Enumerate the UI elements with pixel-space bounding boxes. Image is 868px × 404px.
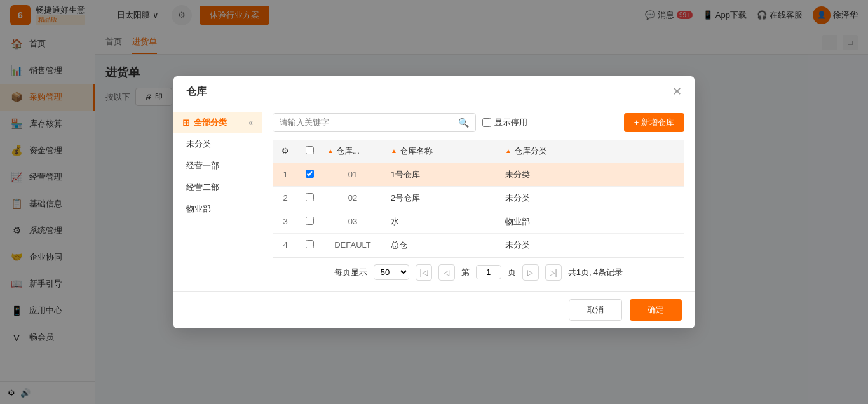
- row-num: 03: [321, 210, 384, 233]
- warehouse-table: ⚙ ▲ 仓库...: [273, 140, 684, 257]
- show-disabled-checkbox[interactable]: [482, 118, 491, 127]
- row-num: 02: [321, 186, 384, 210]
- row-number: 3: [283, 217, 287, 226]
- confirm-button[interactable]: 确定: [630, 299, 682, 321]
- th-name: ▲ 仓库名称: [384, 140, 499, 163]
- row-checkbox-cell: [298, 186, 321, 210]
- actions-cell: 3: [273, 210, 298, 233]
- modal-close-button[interactable]: ✕: [672, 86, 682, 97]
- prev-page-button[interactable]: ◁: [438, 264, 455, 281]
- modal-toolbar: 🔍 显示停用 + 新增仓库: [273, 113, 684, 132]
- actions-cell: 4: [273, 233, 298, 257]
- table-row[interactable]: 2 02 2号仓库 未分类: [273, 186, 684, 210]
- grid-icon: ⊞: [182, 118, 190, 128]
- category-header[interactable]: ⊞ 全部分类 «: [173, 112, 262, 133]
- row-checkbox[interactable]: [306, 217, 314, 225]
- page-label: 页: [508, 267, 516, 278]
- category-item-dept2[interactable]: 经营二部: [173, 177, 262, 198]
- modal-body: ⊞ 全部分类 « 未分类 经营一部 经营二部 物业部 🔍: [173, 105, 695, 291]
- row-category: 未分类: [499, 233, 684, 257]
- modal-main: 🔍 显示停用 + 新增仓库 ⚙: [262, 105, 695, 291]
- last-page-button[interactable]: ▷|: [545, 264, 562, 281]
- sort-icon: ▲: [327, 147, 334, 154]
- show-disabled-group: 显示停用: [482, 117, 527, 128]
- row-number: 1: [283, 170, 287, 179]
- category-sidebar: ⊞ 全部分类 « 未分类 经营一部 经营二部 物业部: [173, 105, 262, 291]
- category-item-dept1[interactable]: 经营一部: [173, 155, 262, 177]
- category-item-unclassified[interactable]: 未分类: [173, 133, 262, 155]
- row-name: 总仓: [384, 233, 499, 257]
- modal-title: 仓库: [186, 85, 207, 98]
- table-header-row: ⚙ ▲ 仓库...: [273, 140, 684, 163]
- add-warehouse-button[interactable]: + 新增仓库: [624, 113, 684, 132]
- actions-cell: 2: [273, 186, 298, 210]
- row-checkbox[interactable]: [306, 240, 314, 248]
- row-category: 物业部: [499, 210, 684, 233]
- first-page-button[interactable]: |◁: [416, 264, 432, 281]
- collapse-button[interactable]: «: [248, 118, 253, 127]
- row-name: 水: [384, 210, 499, 233]
- row-name: 2号仓库: [384, 186, 499, 210]
- row-category: 未分类: [499, 163, 684, 186]
- per-page-label: 每页显示: [334, 267, 367, 278]
- category-header-label: 全部分类: [194, 117, 227, 128]
- select-all-checkbox[interactable]: [306, 146, 314, 154]
- table-row[interactable]: 3 03 水 物业部: [273, 210, 684, 233]
- th-name-label: 仓库名称: [400, 145, 433, 157]
- page-number-input[interactable]: [476, 265, 501, 279]
- row-num: 01: [321, 163, 384, 186]
- total-label: 共1页, 4条记录: [568, 267, 623, 278]
- row-checkbox-cell: [298, 210, 321, 233]
- row-num: DEFAULT: [321, 233, 384, 257]
- modal-overlay: 仓库 ✕ ⊞ 全部分类 « 未分类 经营一部 经营二部 物业部: [0, 0, 868, 404]
- row-number: 2: [283, 193, 287, 203]
- next-page-button[interactable]: ▷: [522, 264, 539, 281]
- table-row[interactable]: 1 01 1号仓库 未分类: [273, 163, 684, 186]
- sort-icon-cat: ▲: [505, 147, 512, 154]
- th-checkbox: [298, 140, 321, 163]
- cancel-button[interactable]: 取消: [569, 299, 622, 321]
- show-disabled-label: 显示停用: [494, 117, 527, 128]
- search-input[interactable]: [273, 114, 452, 131]
- pagination-bar: 每页显示 20 50 100 |◁ ◁ 第 页 ▷ ▷| 共1页, 4条记录: [273, 257, 684, 283]
- gear-icon: ⚙: [281, 146, 289, 156]
- search-icon[interactable]: 🔍: [452, 114, 475, 131]
- page-word: 第: [461, 267, 470, 278]
- table-row[interactable]: 4 DEFAULT 总仓 未分类: [273, 233, 684, 257]
- row-checkbox-cell: [298, 163, 321, 186]
- row-category: 未分类: [499, 186, 684, 210]
- search-box: 🔍: [273, 113, 476, 132]
- row-name: 1号仓库: [384, 163, 499, 186]
- th-code: ▲ 仓库...: [321, 140, 384, 163]
- category-item-property[interactable]: 物业部: [173, 198, 262, 220]
- th-gear: ⚙: [273, 140, 298, 163]
- modal-header: 仓库 ✕: [173, 76, 695, 105]
- row-number: 4: [283, 240, 287, 250]
- per-page-select[interactable]: 20 50 100: [374, 264, 409, 280]
- row-checkbox[interactable]: [306, 170, 314, 178]
- th-category: ▲ 仓库分类: [499, 140, 684, 163]
- warehouse-modal: 仓库 ✕ ⊞ 全部分类 « 未分类 经营一部 经营二部 物业部: [173, 76, 695, 328]
- th-code-label: 仓库...: [336, 145, 360, 157]
- row-checkbox[interactable]: [306, 193, 314, 201]
- row-checkbox-cell: [298, 233, 321, 257]
- sort-icon-name: ▲: [391, 147, 397, 154]
- modal-actions: 取消 确定: [173, 291, 695, 328]
- actions-cell: 1: [273, 163, 298, 186]
- th-category-label: 仓库分类: [514, 145, 547, 157]
